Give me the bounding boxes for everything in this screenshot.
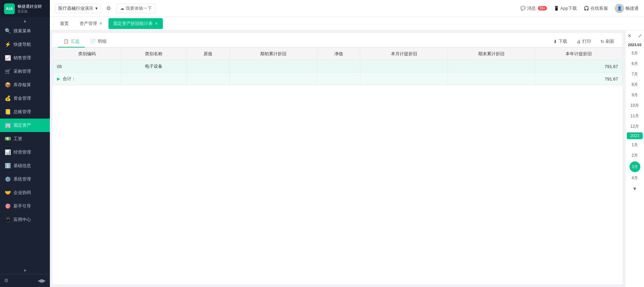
cell-net	[317, 60, 360, 73]
total-original	[186, 73, 229, 85]
month-item-1[interactable]: 1月	[625, 140, 644, 150]
sidebar-item-system[interactable]: ⚙️ 系统管理	[0, 172, 50, 186]
total-yearly-dep: 791.67	[535, 73, 622, 85]
month-item-9[interactable]: 9月	[625, 90, 644, 100]
month-item-5[interactable]: 5月	[625, 48, 644, 59]
basic-info-icon: ℹ️	[5, 163, 11, 169]
sidebar-item-ledger[interactable]: 📒 总账管理	[0, 105, 50, 119]
col-end-acc: 期末累计折旧	[448, 48, 535, 60]
sidebar-item-app-center[interactable]: 📱 应用中心	[0, 213, 50, 226]
sidebar-item-guide-label: 新手引导	[13, 203, 31, 209]
download-icon: 📱	[554, 6, 559, 11]
tab-home-label: 首页	[60, 21, 69, 27]
logo-icon: AtA	[4, 3, 15, 14]
sidebar-item-cooperation-label: 企业协同	[13, 190, 31, 196]
month-item-2[interactable]: 2月	[625, 150, 644, 161]
tab-asset-mgmt[interactable]: 资产管理 ✕	[75, 18, 107, 29]
refresh-button[interactable]: ↻ 刷新	[598, 37, 617, 46]
tab-depreciation-report[interactable]: 固定资产折旧统计表 ✕	[109, 18, 163, 29]
panel-nav-down-icon[interactable]: ▼	[631, 185, 639, 193]
download-btn-icon: ⬇	[553, 39, 557, 44]
sidebar-item-search-label: 搜索菜单	[13, 28, 31, 34]
right-panel: ✕ ⤢ 2023.03 5月 6月 7月 8月 9月 10月 11月 12月 2…	[625, 30, 644, 287]
col-initial-acc: 期初累计折旧	[229, 48, 317, 60]
tab-depreciation-close[interactable]: ✕	[155, 21, 158, 26]
operations-icon: 📊	[5, 149, 11, 155]
panel-close-icon[interactable]: ✕	[627, 33, 632, 38]
month-item-11[interactable]: 11月	[625, 111, 644, 121]
search-icon: 🔍	[5, 28, 11, 34]
sidebar-item-sales-label: 销售管理	[13, 55, 31, 61]
sidebar-item-basic-info[interactable]: ℹ️ 基础信息	[0, 159, 50, 172]
user-avatar: 👤	[615, 4, 624, 13]
user-action[interactable]: 👤 畅捷通	[615, 4, 639, 13]
month-item-6[interactable]: 6月	[625, 59, 644, 69]
collapse-sidebar-icon[interactable]: ◀▶	[38, 278, 46, 284]
app-download-action[interactable]: 📱 App下载	[554, 5, 577, 11]
scroll-down-btn[interactable]: ▼	[0, 267, 50, 274]
download-button[interactable]: ⬇ 下载	[551, 37, 570, 46]
month-item-3-active[interactable]: 3月	[630, 161, 640, 172]
total-name	[121, 73, 186, 85]
col-original: 原值	[186, 48, 229, 60]
app-edition: 普及版	[18, 9, 42, 14]
sidebar-item-inventory[interactable]: 📦 库存核算	[0, 78, 50, 92]
sidebar-item-guide[interactable]: 🎯 新手引导	[0, 199, 50, 213]
sidebar-item-search[interactable]: 🔍 搜索菜单	[0, 24, 50, 38]
fixed-assets-icon: 🏢	[5, 122, 11, 128]
service-icon: 🎧	[584, 6, 589, 11]
sidebar-item-operations[interactable]: 📊 经营管理	[0, 146, 50, 159]
experience-label: 我要体验一下	[126, 5, 152, 11]
sidebar-item-purchase[interactable]: 🛒 采购管理	[0, 65, 50, 78]
sidebar-item-quick-nav[interactable]: ⚡ 快捷导航	[0, 38, 50, 51]
experience-button[interactable]: ☁ 我要体验一下	[116, 4, 156, 13]
header-settings-icon[interactable]: ⚙	[105, 4, 112, 13]
company-selector[interactable]: 医疗器械行业演示 ▾	[55, 4, 101, 13]
month-item-8[interactable]: 8月	[625, 79, 644, 90]
settings-bottom-icon[interactable]: ⚙	[4, 278, 8, 284]
sidebar-item-fixed-assets[interactable]: 🏢 固定资产	[0, 119, 50, 132]
cell-monthly-dep	[360, 60, 448, 73]
sidebar-item-salary[interactable]: 💵 工资	[0, 132, 50, 146]
month-item-10[interactable]: 10月	[625, 100, 644, 111]
online-service-action[interactable]: 🎧 在线客服	[584, 5, 608, 11]
col-yearly-dep: 本年计提折旧	[535, 48, 622, 60]
sidebar-item-quick-nav-label: 快捷导航	[13, 41, 31, 47]
sub-tab-detail[interactable]: 📄 明细	[85, 36, 112, 47]
depreciation-table: 类别编码 类别名称 原值 期初累计折旧 净值 本月计提折旧 期末累计折旧 本年计…	[53, 47, 622, 85]
app-download-label: App下载	[560, 5, 577, 11]
month-item-7[interactable]: 7月	[625, 69, 644, 79]
app-logo: AtA 畅捷通好业财 普及版	[0, 0, 50, 18]
sidebar-item-operations-label: 经营管理	[13, 149, 31, 155]
sub-tabs: 📋 汇总 📄 明细 ⬇ 下载 🖨 打印	[53, 33, 622, 47]
col-code: 类别编码	[53, 48, 121, 60]
sidebar-item-sales[interactable]: 📈 销售管理	[0, 51, 50, 65]
messages-action[interactable]: 💬 消息 99+	[520, 5, 547, 11]
depreciation-table-wrap: 类别编码 类别名称 原值 期初累计折旧 净值 本月计提折旧 期末累计折旧 本年计…	[53, 47, 622, 284]
sidebar-nav: 🔍 搜索菜单 ⚡ 快捷导航 📈 销售管理 🛒 采购管理 📦 库存核算 💰 资金管…	[0, 24, 50, 267]
month-item-12[interactable]: 12月	[625, 121, 644, 132]
cell-yearly-dep: 791.67	[535, 60, 622, 73]
company-dropdown-icon: ▾	[95, 6, 98, 11]
sidebar-item-funds-label: 资金管理	[13, 95, 31, 101]
sidebar: AtA 畅捷通好业财 普及版 ▲ 🔍 搜索菜单 ⚡ 快捷导航 📈 销售管理 🛒 …	[0, 0, 50, 287]
print-button[interactable]: 🖨 打印	[574, 37, 594, 46]
summary-icon: 📋	[63, 39, 69, 44]
sidebar-item-funds[interactable]: 💰 资金管理	[0, 92, 50, 105]
sub-tab-summary[interactable]: 📋 汇总	[58, 36, 85, 47]
month-item-4[interactable]: 4月	[625, 173, 644, 183]
messages-label: 消息	[527, 5, 536, 11]
right-panel-header: ✕ ⤢	[625, 30, 644, 41]
panel-expand-icon[interactable]: ⤢	[638, 33, 642, 38]
scroll-up-btn[interactable]: ▲	[0, 18, 50, 24]
print-label: 打印	[582, 38, 591, 44]
cell-original	[186, 60, 229, 73]
tab-depreciation-label: 固定资产折旧统计表	[113, 21, 153, 27]
year-2023-label: 2023	[627, 132, 643, 139]
tab-home[interactable]: 首页	[55, 18, 73, 29]
tab-asset-mgmt-close[interactable]: ✕	[99, 21, 102, 26]
sidebar-item-cooperation[interactable]: 🤝 企业协同	[0, 186, 50, 199]
col-monthly-dep: 本月计提折旧	[360, 48, 448, 60]
tab-asset-mgmt-label: 资产管理	[80, 21, 97, 27]
sidebar-item-purchase-label: 采购管理	[13, 68, 31, 74]
